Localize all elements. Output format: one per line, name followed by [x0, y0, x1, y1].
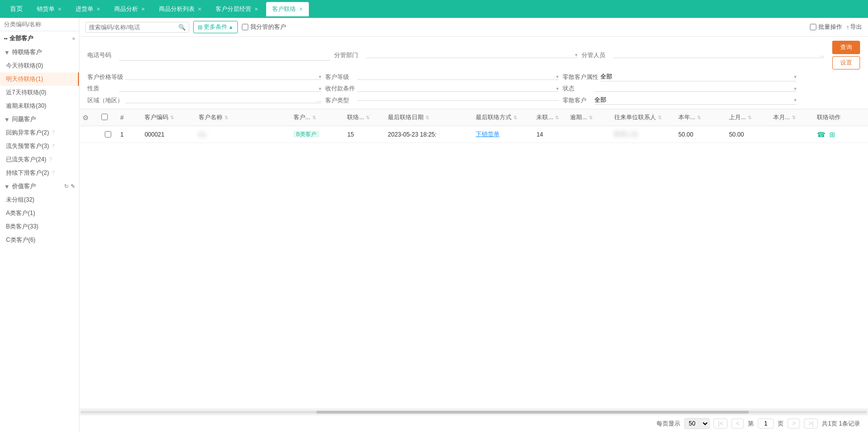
- per-page-label: 每页显示: [656, 420, 680, 428]
- nav-sales[interactable]: 销货单 ✕: [31, 2, 68, 16]
- col-contacts-header[interactable]: 联络...⇅: [344, 109, 385, 126]
- row-overdue-cell: [567, 126, 611, 143]
- toolbar: 🔍 ⊞ 更多条件 ▲ 我分管的客户 批量操作 ↑ 导出: [79, 18, 868, 37]
- row-method-cell[interactable]: 下销货单: [473, 126, 533, 143]
- first-page-btn[interactable]: |<: [714, 419, 727, 429]
- chevron-down-level: ▾: [556, 74, 559, 79]
- nav-close-product-analysis[interactable]: ✕: [141, 6, 145, 12]
- table-header-row: ⚙ # 客户编码⇅ 客户名称⇅ 客户...⇅: [79, 109, 868, 126]
- nav-product-analysis[interactable]: 商品分析 ✕: [108, 2, 151, 16]
- filter-person-label: 分管人员: [581, 51, 611, 60]
- chevron-down-dept: ▾: [575, 52, 578, 58]
- sidebar-search-input[interactable]: [4, 21, 78, 28]
- nav-close-sales[interactable]: ✕: [58, 6, 62, 12]
- sidebar-item-7days[interactable]: 近7天待联络(0): [0, 86, 79, 99]
- my-customers-toggle[interactable]: 我分管的客户: [242, 23, 286, 31]
- col-date-header[interactable]: 最后联络日期⇅: [385, 109, 473, 126]
- sidebar-item-tomorrow[interactable]: 明天待联络(1): [0, 72, 79, 86]
- sidebar-item-class-b[interactable]: B类客户(33): [0, 220, 79, 233]
- search-input[interactable]: [89, 24, 178, 31]
- filter-payment-label: 收付款条件: [325, 84, 355, 93]
- nav-close-customer-contact[interactable]: ✕: [299, 6, 303, 12]
- row-action-cell: ☎ ⊞: [814, 126, 868, 143]
- sidebar-collapse-icon[interactable]: «: [72, 36, 75, 41]
- col-settings-header[interactable]: ⚙: [79, 109, 98, 126]
- chevron-down-payment: ▾: [556, 86, 559, 91]
- filter-icon: ⊞: [198, 24, 203, 31]
- col-method-header[interactable]: 最后联络方式⇅: [473, 109, 533, 126]
- sidebar-item-class-c[interactable]: C类客户(6): [0, 233, 79, 247]
- nav-customer-contact[interactable]: 客户联络 ✕: [266, 2, 309, 16]
- nav-product-analysis-list[interactable]: 商品分析列表 ✕: [153, 2, 208, 16]
- dotdot-region[interactable]: …: [316, 97, 321, 103]
- nav-close-customer-tier[interactable]: ✕: [254, 6, 258, 12]
- settings-gear-icon[interactable]: ⚙: [82, 114, 89, 122]
- chevron-down-retail-customer: ▾: [794, 97, 796, 103]
- col-type-header[interactable]: 客户...⇅: [290, 109, 345, 126]
- next-page-btn[interactable]: >: [788, 419, 800, 429]
- search-wrap: 🔍: [85, 22, 189, 33]
- prev-page-btn[interactable]: <: [731, 419, 744, 429]
- sidebar-all-customers[interactable]: ▪▪ 全部客户 «: [0, 31, 79, 46]
- setting-button[interactable]: 设置: [832, 56, 860, 70]
- col-name-header[interactable]: 客户名称⇅: [196, 109, 290, 126]
- row-date-cell: 2023-05-23 18:25:: [385, 126, 473, 143]
- select-all-checkbox[interactable]: [101, 114, 108, 120]
- col-year-header[interactable]: 本年...⇅: [675, 109, 726, 126]
- filter-status-wrap: ▾: [594, 86, 796, 92]
- my-customers-checkbox[interactable]: [242, 24, 248, 30]
- action-phone-icon[interactable]: ☎: [817, 131, 825, 139]
- col-num-header: #: [117, 109, 142, 126]
- sidebar-item-ungrouped[interactable]: 未分组(32): [0, 193, 79, 207]
- nav-home[interactable]: 首页: [4, 1, 29, 16]
- refresh-icon[interactable]: ↻: [64, 183, 69, 190]
- scrollbar-track[interactable]: [80, 411, 867, 414]
- col-code-header[interactable]: 客户编码⇅: [142, 109, 196, 126]
- sidebar-item-declining[interactable]: 持续下滑客户(2) ?: [0, 166, 79, 180]
- col-this-month-header[interactable]: 本月...⇅: [770, 109, 814, 126]
- sidebar-item-overdue[interactable]: 逾期未联络(30): [0, 99, 79, 113]
- scrollbar-thumb[interactable]: [316, 411, 749, 414]
- col-unit-contact-header[interactable]: 往来单位联系人⇅: [611, 109, 675, 126]
- nav-close-product-analysis-list[interactable]: ✕: [198, 6, 202, 12]
- sidebar-group-value[interactable]: ▼ 价值客户 ↻ ✎: [0, 180, 79, 193]
- col-last-month-header[interactable]: 上月...⇅: [726, 109, 770, 126]
- col-check-header[interactable]: [98, 109, 117, 126]
- filter-status: 状态 ▾: [563, 84, 796, 93]
- horizontal-scrollbar[interactable]: [79, 409, 868, 415]
- sidebar-group-problem[interactable]: ▼ 问题客户: [0, 113, 79, 126]
- edit-icon[interactable]: ✎: [71, 183, 75, 190]
- sort-year-icon: ⇅: [697, 115, 701, 120]
- filter-retail-attr-value[interactable]: 全部: [600, 72, 794, 81]
- sidebar-item-today[interactable]: 今天待联络(0): [0, 59, 79, 72]
- filter-region-label: 区域（地区）: [87, 96, 123, 105]
- nav-customer-tier[interactable]: 客户分层经营 ✕: [210, 2, 264, 16]
- nav-purchase[interactable]: 进货单 ✕: [70, 2, 106, 16]
- filter-status-label: 状态: [563, 84, 592, 93]
- query-button[interactable]: 查询: [832, 41, 860, 54]
- filter-phone-input[interactable]: [119, 50, 330, 61]
- contact-method-link[interactable]: 下销货单: [476, 131, 500, 138]
- filter-retail-customer-value[interactable]: 全部: [594, 96, 794, 104]
- page-number-input[interactable]: [758, 419, 774, 429]
- sidebar-item-class-a[interactable]: A类客户(1): [0, 207, 79, 220]
- sort-uncontact-icon: ⇅: [555, 115, 559, 120]
- row-checkbox[interactable]: [105, 131, 111, 138]
- more-conditions-btn[interactable]: ⊞ 更多条件 ▲: [193, 21, 238, 33]
- col-uncontact-header[interactable]: 未联...⇅: [533, 109, 567, 126]
- batch-op-btn[interactable]: 批量操作: [810, 23, 842, 31]
- batch-op-checkbox[interactable]: [810, 24, 816, 30]
- nav-close-purchase[interactable]: ✕: [96, 6, 100, 12]
- dotdot-person[interactable]: …: [819, 52, 824, 58]
- sidebar-item-churned[interactable]: 已流失客户(24) ?: [0, 153, 79, 166]
- sidebar-group-pending[interactable]: ▼ 待联络客户: [0, 46, 79, 59]
- last-page-btn[interactable]: >|: [804, 419, 818, 429]
- action-grid-icon[interactable]: ⊞: [829, 131, 835, 139]
- export-btn[interactable]: ↑ 导出: [846, 23, 862, 31]
- col-overdue-header[interactable]: 逾期...⇅: [567, 109, 611, 126]
- sidebar-item-abnormal[interactable]: 回购异常客户(2) ?: [0, 126, 79, 140]
- per-page-select[interactable]: 50 100 200: [684, 418, 710, 429]
- search-icon[interactable]: 🔍: [178, 24, 186, 31]
- row-name-cell[interactable]: Ea: [196, 126, 290, 143]
- sidebar-item-churn-warning[interactable]: 流失预警客户(3) ?: [0, 140, 79, 153]
